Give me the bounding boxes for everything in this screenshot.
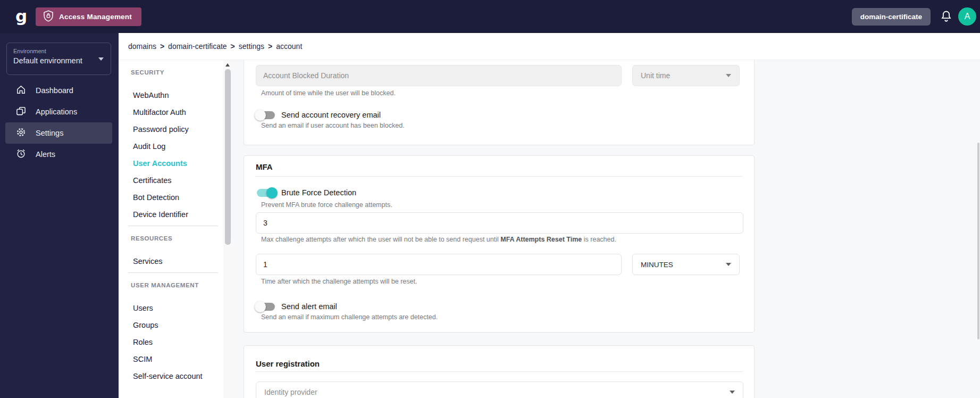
- sidebar-item-label: Applications: [36, 107, 77, 116]
- primary-sidebar: Environment Default environment Dashboar…: [0, 33, 119, 398]
- domain-context-pill[interactable]: domain-certificate: [852, 8, 931, 26]
- sidenav-item-device-identifier[interactable]: Device Identifier: [119, 206, 223, 223]
- account-blocked-duration-hint: Amount of time while the user will be bl…: [261, 89, 396, 97]
- sidenav-item-users[interactable]: Users: [119, 300, 223, 317]
- chevron-down-icon: [730, 391, 735, 394]
- gear-icon: [16, 127, 26, 139]
- sidenav-item-roles[interactable]: Roles: [119, 334, 223, 351]
- access-management-button[interactable]: Access Management: [36, 7, 141, 26]
- settings-sidenav: SECURITY WebAuthn Multifactor Auth Passw…: [119, 60, 223, 398]
- send-alert-email-label: Send alert email: [281, 302, 337, 311]
- sidenav-item-multifactor-auth[interactable]: Multifactor Auth: [119, 104, 223, 121]
- environment-label: Environment: [13, 48, 104, 54]
- identity-provider-select[interactable]: Identity provider: [256, 382, 743, 398]
- access-management-label: Access Management: [59, 13, 132, 21]
- unit-time-select: Unit time: [632, 65, 740, 86]
- breadcrumb-separator: >: [160, 42, 164, 51]
- sidebar-item-applications[interactable]: Applications: [5, 101, 112, 122]
- brute-force-detection-hint: Prevent MFA brute force challenge attemp…: [261, 201, 392, 209]
- attempts-reset-time-input[interactable]: [256, 254, 622, 275]
- send-alert-email-hint: Send an email if maximum challenge attem…: [261, 313, 438, 321]
- reset-time-unit-value: MINUTES: [641, 261, 673, 269]
- sidenav-item-user-accounts[interactable]: User Accounts: [119, 155, 223, 172]
- unit-time-placeholder: Unit time: [641, 71, 670, 80]
- chevron-down-icon: [98, 57, 104, 61]
- send-account-recovery-email-toggle[interactable]: [256, 109, 276, 121]
- user-registration-title: User registration: [256, 359, 320, 368]
- sidenav-item-certificates[interactable]: Certificates: [119, 172, 223, 189]
- sidenav-item-services[interactable]: Services: [119, 253, 223, 270]
- sidebar-item-alerts[interactable]: Alerts: [5, 144, 112, 165]
- sidebar-item-dashboard[interactable]: Dashboard: [5, 80, 112, 101]
- card-divider: [255, 176, 743, 177]
- send-account-recovery-email-hint: Send an email if user account has been b…: [261, 122, 405, 129]
- sidenav-item-audit-log[interactable]: Audit Log: [119, 138, 223, 155]
- sidenav-item-bot-detection[interactable]: Bot Detection: [119, 189, 223, 206]
- attempts-reset-time-hint: Time after which the challenge attempts …: [261, 278, 417, 285]
- home-icon: [16, 85, 26, 96]
- notifications-bell-icon[interactable]: [939, 9, 953, 23]
- sidebar-item-label: Dashboard: [36, 86, 73, 95]
- sidenav-item-groups[interactable]: Groups: [119, 317, 223, 334]
- breadcrumb-separator: >: [268, 42, 272, 51]
- chevron-down-icon: [726, 74, 731, 77]
- user-registration-card: User registration Identity provider: [244, 345, 755, 398]
- send-alert-email-toggle[interactable]: [256, 301, 276, 312]
- shield-lock-icon: [43, 10, 54, 24]
- scrollbar-up-arrow-icon[interactable]: [225, 63, 230, 67]
- chevron-down-icon: [726, 263, 731, 266]
- scrollbar-thumb[interactable]: [225, 69, 231, 245]
- sidebar-item-settings[interactable]: Settings: [5, 122, 112, 144]
- sidenav-item-webauthn[interactable]: WebAuthn: [119, 87, 223, 104]
- content-scrollbar[interactable]: [223, 60, 232, 398]
- send-account-recovery-email-label: Send account recovery email: [281, 111, 381, 119]
- sidebar-item-label: Settings: [36, 129, 63, 137]
- mfa-card-title: MFA: [256, 162, 273, 171]
- max-challenge-attempts-hint: Max challenge attempts after which the u…: [261, 236, 616, 243]
- mfa-card: MFA Brute Force Detection Prevent MFA br…: [244, 155, 755, 333]
- breadcrumb-account[interactable]: account: [276, 42, 302, 51]
- breadcrumb-domain-certificate[interactable]: domain-certificate: [168, 42, 227, 51]
- environment-selector[interactable]: Environment Default environment: [6, 43, 111, 75]
- gravitee-logo-icon[interactable]: g: [12, 4, 31, 28]
- sidenav-item-self-service-account[interactable]: Self-service account: [119, 368, 223, 385]
- breadcrumb: domains>domain-certificate>settings>acco…: [128, 33, 302, 60]
- account-settings-content: Unit time Amount of time while the user …: [232, 60, 980, 398]
- alarm-clock-icon: [16, 148, 26, 160]
- page-scrollbar-thumb[interactable]: [977, 143, 979, 339]
- user-avatar[interactable]: A: [958, 7, 976, 26]
- environment-value: Default environment: [13, 56, 104, 65]
- sidenav-section-user-management: USER MANAGEMENT: [119, 279, 223, 291]
- account-blocked-duration-input: [256, 65, 622, 86]
- top-bar: g Access Management domain-certificate A: [0, 0, 980, 33]
- reset-time-unit-select[interactable]: MINUTES: [632, 254, 740, 275]
- card-divider: [255, 371, 743, 372]
- identity-provider-placeholder: Identity provider: [264, 388, 317, 396]
- sidebar-item-label: Alerts: [36, 150, 55, 159]
- breadcrumb-separator: >: [231, 42, 235, 51]
- max-challenge-attempts-input[interactable]: [256, 212, 743, 234]
- brute-force-detection-label: Brute Force Detection: [281, 188, 356, 197]
- sidenav-section-resources: RESOURCES: [119, 233, 223, 244]
- sidenav-section-security: SECURITY: [119, 67, 223, 78]
- account-blocked-card: Unit time Amount of time while the user …: [244, 60, 755, 145]
- breadcrumb-bar: domains>domain-certificate>settings>acco…: [119, 33, 980, 60]
- brute-force-detection-toggle[interactable]: [256, 187, 276, 198]
- breadcrumb-settings[interactable]: settings: [239, 42, 264, 51]
- breadcrumb-domains[interactable]: domains: [128, 42, 156, 51]
- sidenav-item-scim[interactable]: SCIM: [119, 351, 223, 368]
- applications-icon: [16, 106, 26, 118]
- sidenav-item-password-policy[interactable]: Password policy: [119, 121, 223, 138]
